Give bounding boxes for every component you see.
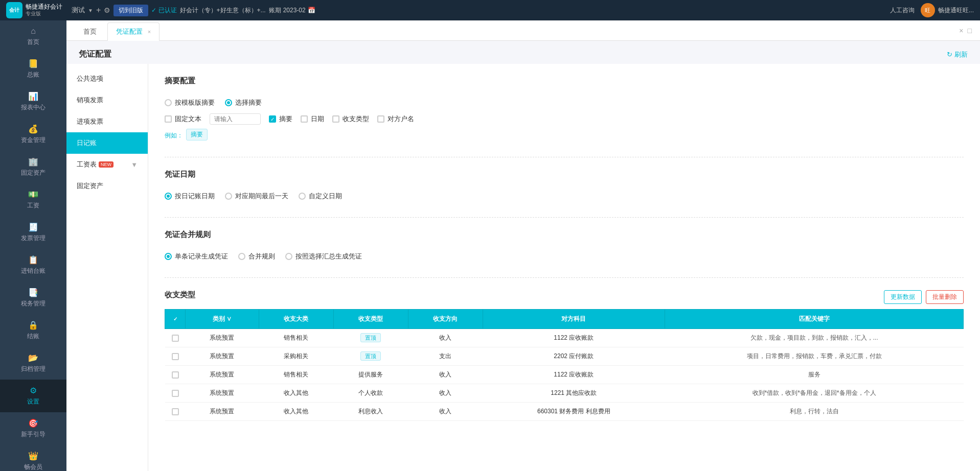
- sidebar-item-home[interactable]: ⌂ 首页: [0, 20, 66, 53]
- tab-voucher-config[interactable]: 凭证配置 ×: [107, 22, 159, 41]
- table-row: 系统预置 收入其他 个人收款 收入 1221 其他应收款 收到*借款，收到*备用…: [165, 384, 964, 403]
- sidebar-label-settings: 设置: [27, 397, 39, 406]
- date-option-last-day-label: 对应期间最后一天: [235, 192, 288, 201]
- sidebar-item-invoice[interactable]: 🧾 发票管理: [0, 216, 66, 249]
- switch-version-button[interactable]: 切到旧版: [113, 5, 148, 16]
- funds-icon: 💰: [28, 124, 38, 134]
- th-direction: 收支方向: [408, 310, 483, 329]
- update-data-button[interactable]: 更新数据: [884, 290, 922, 304]
- inner-layout: 公共选项 销项发票 进项发票 日记账 工资表 NEW ▼ 固定资产: [66, 64, 980, 471]
- close-books-icon: 🔒: [28, 320, 38, 330]
- row-payment-type: 提供服务: [333, 366, 408, 384]
- sidebar: ⌂ 首页 📒 总账 📊 报表中心 💰 资金管理 🏢 固定资产 💵 工资 🧾 发票…: [0, 20, 66, 471]
- window-maximize-icon[interactable]: □: [968, 27, 972, 35]
- archive-icon: 📂: [28, 353, 38, 363]
- select-all-checkbox[interactable]: ✓: [172, 316, 179, 323]
- add-icon[interactable]: +: [96, 6, 101, 15]
- sidebar-item-member[interactable]: 👑 畅会员: [0, 445, 66, 471]
- software-tags: 好会计（专）+好生意（标）+...: [180, 6, 266, 15]
- consult-label[interactable]: 人工咨询: [890, 6, 915, 15]
- merge-option-summary[interactable]: 按照选择汇总生成凭证: [285, 252, 362, 261]
- guide-icon: 🎯: [28, 418, 38, 428]
- example-prefix: 例如：: [165, 131, 183, 140]
- sidebar-item-purchase[interactable]: 📋 进销台账: [0, 249, 66, 281]
- payment-type-label: 收支类型: [343, 114, 369, 124]
- sidebar-item-archive[interactable]: 📂 归档管理: [0, 347, 66, 380]
- fixed-text-input[interactable]: [210, 113, 261, 125]
- date-option-custom[interactable]: 自定义日期: [299, 192, 342, 201]
- tab-home[interactable]: 首页: [75, 22, 105, 40]
- sidebar-item-funds[interactable]: 💰 资金管理: [0, 118, 66, 151]
- row-major-type: 收入其他: [259, 384, 333, 403]
- summary-checkbox[interactable]: ✓ 摘要: [269, 114, 292, 124]
- refresh-button[interactable]: ↻ 刷新: [947, 50, 968, 59]
- sidebar-item-settings[interactable]: ⚙ 设置: [0, 380, 66, 412]
- left-nav-journal[interactable]: 日记账: [66, 132, 148, 154]
- voucher-date-section: 凭证日期 按日记账日期 对应期间最后一天: [165, 170, 964, 201]
- left-nav-sales-invoice[interactable]: 销项发票: [66, 89, 148, 111]
- left-nav-purchase-invoice[interactable]: 进项发票: [66, 111, 148, 132]
- row-checkbox-cell: [165, 403, 186, 421]
- row-checkbox-cell: [165, 329, 186, 347]
- calendar-icon[interactable]: 📅: [308, 7, 315, 14]
- reset-tag[interactable]: 置顶: [360, 333, 381, 342]
- merge-option-single[interactable]: 单条记录生成凭证: [165, 252, 228, 261]
- batch-delete-button[interactable]: 批量删除: [926, 290, 964, 304]
- summary-option-select[interactable]: 选择摘要: [225, 98, 262, 107]
- settings-icon[interactable]: ⚙: [104, 6, 110, 14]
- reset-tag[interactable]: 置顶: [360, 351, 381, 361]
- sidebar-label-guide: 新手引导: [21, 430, 45, 439]
- tab-active-label: 凭证配置: [116, 28, 143, 35]
- invoice-icon: 🧾: [28, 222, 38, 232]
- window-minimize-icon[interactable]: ×: [959, 27, 963, 35]
- sidebar-label-tax: 税务管理: [21, 299, 45, 308]
- left-nav-payroll[interactable]: 工资表 NEW ▼: [66, 154, 148, 175]
- sidebar-item-tax[interactable]: 📑 税务管理: [0, 281, 66, 314]
- example-row: 例如： 摘要: [165, 129, 964, 140]
- date-option-last-day[interactable]: 对应期间最后一天: [225, 192, 288, 201]
- date-option-journal[interactable]: 按日记账日期: [165, 192, 215, 201]
- date-checkbox[interactable]: 日期: [301, 114, 324, 124]
- summary-section: 摘要配置 按模板版摘要 选择摘要: [165, 76, 964, 140]
- sidebar-item-guide[interactable]: 🎯 新手引导: [0, 412, 66, 445]
- th-major-type: 收支大类: [259, 310, 333, 329]
- sidebar-label-archive: 归档管理: [21, 365, 45, 373]
- sidebar-item-fixed-assets[interactable]: 🏢 固定资产: [0, 151, 66, 183]
- sidebar-label-close: 结账: [27, 332, 39, 341]
- dropdown-arrow-icon[interactable]: ▼: [88, 8, 93, 13]
- row-keywords: 收到*借款，收到*备用金，退回*备用金，个人: [665, 384, 964, 403]
- payment-type-checkbox[interactable]: 收支类型: [332, 114, 369, 124]
- avatar: 旺: [921, 3, 935, 17]
- select-all-checkmark: ✓: [173, 316, 177, 322]
- row-checkbox[interactable]: [172, 371, 179, 379]
- sidebar-item-reports[interactable]: 📊 报表中心: [0, 85, 66, 118]
- th-account: 对方科目: [483, 310, 665, 329]
- row-checkbox[interactable]: [172, 390, 179, 397]
- left-nav-public[interactable]: 公共选项: [66, 68, 148, 89]
- payroll-icon: 💵: [28, 190, 38, 199]
- fixed-text-checkbox[interactable]: 固定文本: [165, 114, 201, 124]
- left-nav: 公共选项 销项发票 进项发票 日记账 工资表 NEW ▼ 固定资产: [66, 64, 148, 471]
- sidebar-label-member: 畅会员: [24, 463, 42, 471]
- period-label: 账期: [269, 6, 281, 15]
- radio-journal-dot: [167, 195, 170, 198]
- row-checkbox[interactable]: [172, 408, 179, 415]
- row-category: 系统预置: [186, 347, 259, 366]
- left-nav-sales-invoice-label: 销项发票: [77, 96, 103, 105]
- tab-home-label: 首页: [83, 28, 97, 35]
- row-checkbox[interactable]: [172, 335, 179, 342]
- logo-title: 畅捷通好会计: [26, 3, 62, 10]
- sidebar-item-ledger[interactable]: 📒 总账: [0, 53, 66, 85]
- table-row: 系统预置 销售相关 提供服务 收入 1122 应收账款 服务: [165, 366, 964, 384]
- row-major-type: 采购相关: [259, 347, 333, 366]
- counterpart-checkbox[interactable]: 对方户名: [377, 114, 414, 124]
- row-checkbox[interactable]: [172, 353, 179, 360]
- sidebar-item-close[interactable]: 🔒 结账: [0, 314, 66, 347]
- tab-close-icon[interactable]: ×: [148, 29, 151, 35]
- summary-option-template[interactable]: 按模板版摘要: [165, 98, 215, 107]
- sidebar-item-payroll[interactable]: 💵 工资: [0, 183, 66, 216]
- sidebar-label-home: 首页: [27, 38, 39, 46]
- left-nav-fixed-assets[interactable]: 固定资产: [66, 175, 148, 197]
- row-keywords: 项目，日常费用，报销款，车费，承兑汇票，付款: [665, 347, 964, 366]
- merge-option-rules[interactable]: 合并规则: [238, 252, 275, 261]
